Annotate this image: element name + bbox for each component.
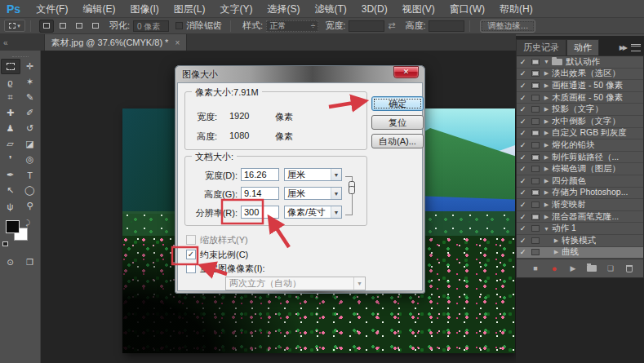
expand-closed-icon[interactable]: ▶	[541, 189, 552, 196]
tool-dodge[interactable]: ◎	[20, 152, 40, 167]
action-row[interactable]: ✓▼动作 1	[517, 223, 643, 235]
new-action-button[interactable]: ❏	[605, 263, 616, 274]
collapse-to-icons-icon[interactable]: ▶▶	[620, 44, 626, 51]
dialog-toggle-icon[interactable]	[531, 130, 540, 136]
action-row[interactable]: ✓▶转换模式	[517, 235, 643, 247]
checkbox-icon[interactable]: ✓	[186, 250, 196, 259]
doc-height-input[interactable]: 9.14	[241, 187, 279, 200]
reset-button[interactable]: 复位	[371, 115, 424, 130]
tool-brush[interactable]: ✐	[20, 105, 40, 121]
dialog-toggle-icon[interactable]	[531, 154, 540, 161]
foreground-color-swatch[interactable]	[6, 220, 20, 233]
dialog-toggle-icon[interactable]	[531, 249, 540, 255]
expand-closed-icon[interactable]: ▶	[541, 142, 552, 148]
dialog-toggle-icon[interactable]	[531, 70, 540, 77]
check-icon[interactable]: ✓	[517, 165, 529, 173]
resolution-unit-select[interactable]: 像素/英寸 ▼	[284, 206, 342, 219]
menu-item[interactable]: 滤镜(T)	[307, 0, 353, 18]
action-row[interactable]: ✓▶混合器画笔克隆...	[517, 211, 643, 224]
screen-mode-button[interactable]: ❐	[20, 255, 40, 270]
expand-closed-icon[interactable]: ▶	[541, 95, 552, 101]
doc-width-unit-select[interactable]: 厘米 ▼	[284, 168, 342, 181]
menu-item[interactable]: 帮助(H)	[492, 0, 540, 18]
menu-item[interactable]: 3D(D)	[354, 0, 395, 18]
check-icon[interactable]: ✓	[517, 58, 529, 66]
antialias-checkbox[interactable]	[175, 22, 183, 29]
action-row[interactable]: ✓▶渐变映射	[517, 199, 643, 211]
checkbox-row[interactable]: 重定图像像素(I):	[186, 263, 264, 274]
expand-closed-icon[interactable]: ▶	[541, 106, 552, 113]
expand-closed-icon[interactable]: ▶	[541, 154, 552, 161]
tool-eraser[interactable]: ▱	[1, 136, 20, 152]
ok-button[interactable]: 确定	[371, 96, 424, 111]
menu-item[interactable]: 窗口(W)	[442, 0, 492, 18]
expand-open-icon[interactable]: ▼	[541, 226, 552, 232]
expand-closed-icon[interactable]: ▶	[541, 201, 552, 208]
dialog-toggle-icon[interactable]	[531, 95, 540, 101]
panel-tab-actions[interactable]: 动作	[566, 39, 599, 55]
tool-eyedropper[interactable]: ✎	[20, 90, 40, 105]
swap-colors-icon[interactable]: ⤸	[26, 219, 30, 228]
checkbox-icon[interactable]	[186, 263, 196, 273]
action-row[interactable]: ✓▶制作剪贴路径（...	[517, 152, 643, 164]
action-row[interactable]: ✓▼默认动作	[517, 56, 643, 69]
panel-tab-history[interactable]: 历史记录	[516, 39, 566, 55]
menu-item[interactable]: 选择(S)	[260, 0, 307, 18]
swap-dimensions-icon[interactable]: ⇄	[388, 20, 395, 31]
action-label[interactable]: 淡出效果（选区）	[552, 69, 620, 80]
action-label[interactable]: 四分颜色	[552, 175, 586, 187]
dialog-toggle-icon[interactable]	[531, 225, 540, 232]
check-icon[interactable]: ✓	[517, 94, 529, 102]
expand-closed-icon[interactable]: ▶	[541, 70, 552, 77]
expand-closed-icon[interactable]: ▶	[551, 237, 562, 244]
tool-move[interactable]: ✛	[20, 59, 40, 74]
width-input[interactable]	[349, 20, 384, 32]
tool-shape[interactable]: ◯	[20, 183, 40, 198]
dialog-toggle-icon[interactable]	[531, 214, 540, 220]
panel-grip[interactable]	[12, 52, 29, 57]
action-row[interactable]: ✓▶投影（文字）	[517, 104, 643, 116]
check-icon[interactable]: ✓	[517, 129, 529, 137]
tool-history-brush[interactable]: ↺	[20, 121, 40, 136]
action-label[interactable]: 渐变映射	[552, 199, 586, 210]
play-button[interactable]: ▶	[567, 263, 579, 274]
expand-closed-icon[interactable]: ▶	[541, 178, 552, 184]
tool-preset-picker[interactable]: ▾	[4, 20, 25, 32]
tool-type[interactable]: T	[20, 167, 40, 183]
tool-pen[interactable]: ✒	[1, 167, 20, 183]
action-row[interactable]: ✓▶棕褐色调（图层）	[517, 163, 643, 175]
menu-item[interactable]: 图像(I)	[122, 0, 166, 18]
action-label[interactable]: 自定义 RGB 到灰度	[552, 128, 627, 139]
stop-button[interactable]: ■	[530, 263, 541, 274]
menu-item[interactable]: 图层(L)	[167, 0, 213, 18]
expand-closed-icon[interactable]: ▶	[541, 82, 552, 89]
action-label[interactable]: 水中倒影（文字）	[552, 116, 620, 127]
height-input[interactable]	[429, 20, 464, 32]
check-icon[interactable]: ✓	[517, 141, 529, 149]
action-row[interactable]: ✓▶画框通道 - 50 像素	[517, 80, 643, 92]
dialog-toggle-icon[interactable]	[531, 118, 540, 125]
doc-width-input[interactable]: 16.26	[241, 168, 279, 181]
doc-height-unit-select[interactable]: 厘米 ▼	[284, 187, 342, 200]
delete-button[interactable]	[624, 263, 635, 274]
action-row[interactable]: ✓▶存储为 Photoshop...	[517, 188, 643, 200]
dialog-toggle-icon[interactable]	[531, 178, 540, 184]
menu-item[interactable]: 文字(Y)	[212, 0, 260, 18]
tool-path-selection[interactable]: ↖	[1, 183, 20, 198]
check-icon[interactable]: ✓	[517, 153, 529, 162]
quick-mask-button[interactable]: ⊙	[1, 255, 20, 270]
check-icon[interactable]: ✓	[517, 224, 529, 232]
menu-item[interactable]: 文件(F)	[29, 0, 75, 18]
action-label[interactable]: 动作 1	[552, 223, 576, 234]
dialog-toggle-icon[interactable]	[531, 237, 540, 244]
dialog-toggle-icon[interactable]	[531, 166, 540, 172]
menu-item[interactable]: 编辑(E)	[75, 0, 122, 18]
dialog-toggle-icon[interactable]	[531, 142, 540, 148]
action-label[interactable]: 默认动作	[566, 56, 600, 68]
checkbox-icon[interactable]	[186, 235, 196, 245]
action-row[interactable]: ✓▶曲线	[517, 247, 643, 259]
style-select[interactable]: 正常 ÷	[266, 20, 318, 32]
action-label[interactable]: 混合器画笔克隆...	[552, 211, 619, 223]
expand-closed-icon[interactable]: ▶	[551, 249, 562, 255]
dialog-toggle-icon[interactable]	[531, 201, 540, 208]
